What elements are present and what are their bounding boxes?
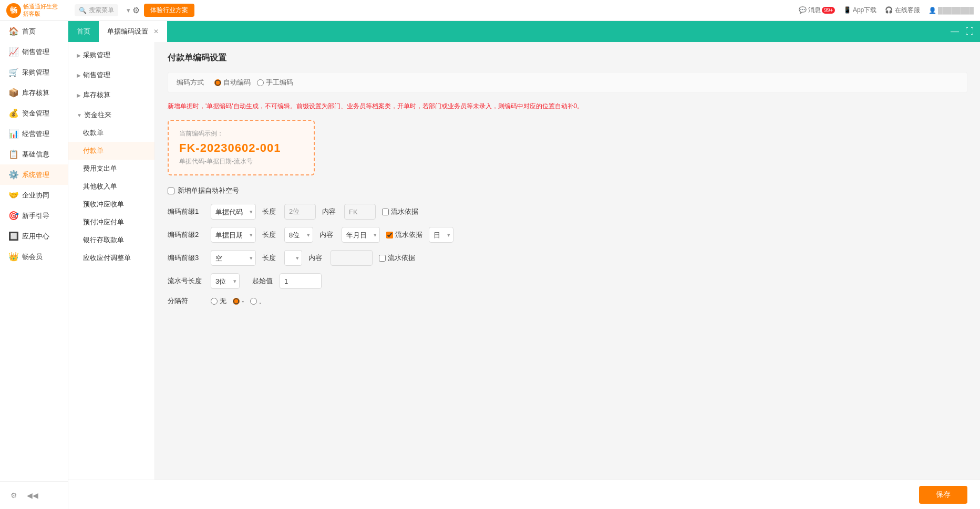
collapse-btn[interactable]: ◀◀ xyxy=(25,488,40,503)
arrow-capital-icon: ▼ xyxy=(77,112,82,118)
manual-code-option[interactable]: 手工编码 xyxy=(257,78,293,87)
length3-select-wrap xyxy=(284,250,302,266)
length2-label: 长度 xyxy=(262,230,278,240)
settings-footer-btn[interactable]: ⚙ xyxy=(6,488,21,503)
separator-options: 无 - . xyxy=(211,296,261,306)
home-icon: 🏠 xyxy=(8,26,18,36)
user-avatar[interactable]: 👤 ████████ xyxy=(929,7,974,14)
prefix1-select-wrap: 单据代码 单据日期 部门 业务员 空 xyxy=(211,204,256,220)
sidebar-item-member[interactable]: 👑 畅会员 xyxy=(0,246,68,267)
search-menu[interactable]: 🔍 搜索菜单 xyxy=(75,4,118,16)
sep-dash-option[interactable]: - xyxy=(233,297,244,305)
content2-select[interactable]: 年 月 日 年月 年月日 xyxy=(342,227,380,243)
message-btn[interactable]: 💬 消息99+ xyxy=(799,6,835,15)
menu-group-inventory-title[interactable]: ▶ 库存核算 xyxy=(68,86,154,104)
prefix1-select[interactable]: 单据代码 单据日期 部门 业务员 空 xyxy=(211,204,256,220)
stream2-checkbox[interactable] xyxy=(386,232,393,238)
menu-item-prepay-pay[interactable]: 预付冲应付单 xyxy=(68,213,154,231)
sep-dash-radio[interactable] xyxy=(233,298,240,305)
sidebar-item-purchase[interactable]: 🛒 采购管理 xyxy=(0,62,68,82)
length1-value: 2位 xyxy=(284,204,316,220)
preview-sub: 单据代码-单据日期-流水号 xyxy=(179,157,303,166)
bottom-bar: 保存 xyxy=(68,480,980,509)
tab-serial-setting[interactable]: 单据编码设置 ✕ xyxy=(99,21,167,42)
sidebar-item-enterprise[interactable]: 🤝 企业协同 xyxy=(0,185,68,205)
content1-label: 内容 xyxy=(322,207,338,216)
serial-length-select[interactable]: 3位 4位 5位 6位 xyxy=(211,273,240,289)
tab-close-btn[interactable]: ✕ xyxy=(153,28,159,35)
sidebar-item-apps[interactable]: 🔲 应用中心 xyxy=(0,226,68,246)
experience-btn[interactable]: 体验行业方案 xyxy=(144,4,194,17)
sidebar-item-sales[interactable]: 📈 销售管理 xyxy=(0,41,68,62)
sidebar-footer: ⚙ ◀◀ xyxy=(0,481,68,509)
menu-item-other-income[interactable]: 其他收入单 xyxy=(68,178,154,195)
online-service-btn[interactable]: 🎧 在线客服 xyxy=(885,6,920,15)
sep-dot-radio[interactable] xyxy=(250,298,257,305)
info-text: 新增单据时，'单据编码'自动生成，不可编辑。前缀设置为部门、业务员等档案类，开单… xyxy=(168,101,967,111)
sidebar-item-finance[interactable]: 💰 资金管理 xyxy=(0,103,68,123)
chevron-down-icon[interactable]: ▾ xyxy=(127,6,130,14)
right-panel: 付款单编码设置 编码方式 自动编码 手工编码 xyxy=(155,42,980,480)
sidebar-item-basic[interactable]: 📋 基础信息 xyxy=(0,144,68,164)
menu-group-purchase-title[interactable]: ▶ 采购管理 xyxy=(68,46,154,64)
sales-icon: 📈 xyxy=(8,47,18,57)
inventory-icon: 📦 xyxy=(8,88,18,98)
layout-with-menu: ▶ 采购管理 ▶ 销售管理 ▶ 库存核算 xyxy=(68,42,980,480)
search-icon: 🔍 xyxy=(79,7,87,14)
preview-label: 当前编码示例： xyxy=(179,129,303,138)
start-value-input[interactable] xyxy=(280,273,322,289)
menu-item-bank-deposit[interactable]: 银行存取款单 xyxy=(68,231,154,249)
length2-select[interactable]: 6位 8位 xyxy=(284,227,313,243)
serial-length-select-wrap: 3位 4位 5位 6位 xyxy=(211,273,240,289)
tab-bar: 首页 单据编码设置 ✕ — ⛶ xyxy=(68,21,980,42)
sep-none-option[interactable]: 无 xyxy=(211,296,226,306)
sidebar-item-newguide[interactable]: 🎯 新手引导 xyxy=(0,205,68,226)
auto-code-radio[interactable] xyxy=(214,79,221,86)
sep-dot-option[interactable]: . xyxy=(250,297,261,305)
maximize-btn[interactable]: ⛶ xyxy=(963,25,976,38)
stream1-checkbox-label[interactable]: 流水依据 xyxy=(382,207,418,216)
tab-home[interactable]: 首页 xyxy=(68,21,99,42)
serial-length-row: 流水号长度 3位 4位 5位 6位 起始值 xyxy=(168,273,967,289)
prefix2-select-wrap: 单据代码 单据日期 部门 业务员 空 xyxy=(211,227,256,243)
stream3-checkbox[interactable] xyxy=(379,255,386,262)
left-menu: ▶ 采购管理 ▶ 销售管理 ▶ 库存核算 xyxy=(68,42,155,480)
settings-icon[interactable]: ⚙ xyxy=(132,5,140,15)
app-download-btn[interactable]: 📱 App下载 xyxy=(843,6,876,15)
stream2-checkbox-label[interactable]: 流水依据 xyxy=(386,230,422,240)
sidebar-item-operations[interactable]: 📊 经营管理 xyxy=(0,123,68,144)
logo-icon: 畅 xyxy=(6,3,21,18)
system-icon: ⚙️ xyxy=(8,170,18,180)
stream3-checkbox-label[interactable]: 流水依据 xyxy=(379,253,415,263)
preview-code: FK-20230602-001 xyxy=(179,141,303,155)
length3-label: 长度 xyxy=(262,253,278,263)
prefix1-row: 编码前缀1 单据代码 单据日期 部门 业务员 空 长度 2位 内容 FK xyxy=(168,204,967,220)
sidebar-item-system[interactable]: ⚙️ 系统管理 xyxy=(0,164,68,185)
length3-select[interactable] xyxy=(284,250,302,266)
menu-item-payment[interactable]: 付款单 xyxy=(68,142,154,160)
sep-none-radio[interactable] xyxy=(211,298,218,305)
save-button[interactable]: 保存 xyxy=(919,486,967,504)
stream1-checkbox[interactable] xyxy=(382,209,389,215)
prefix2-select[interactable]: 单据代码 单据日期 部门 业务员 空 xyxy=(211,227,256,243)
menu-group-capital-title[interactable]: ▼ 资金往来 xyxy=(68,106,154,124)
menu-item-receipt[interactable]: 收款单 xyxy=(68,124,154,142)
menu-item-prepay-receive[interactable]: 预收冲应收单 xyxy=(68,195,154,213)
auto-code-option[interactable]: 自动编码 xyxy=(214,78,251,87)
prefix3-select[interactable]: 单据代码 单据日期 部门 业务员 空 xyxy=(211,250,256,266)
manual-code-radio[interactable] xyxy=(257,79,264,86)
auto-fill-checkbox[interactable] xyxy=(168,188,174,194)
logo-text: 畅通通好生意 搭客版 xyxy=(23,3,58,17)
content1-value: FK xyxy=(344,204,376,220)
menu-group-sales-title[interactable]: ▶ 销售管理 xyxy=(68,66,154,84)
sidebar-item-inventory[interactable]: 📦 库存核算 xyxy=(0,82,68,103)
length2-select-wrap: 6位 8位 xyxy=(284,227,313,243)
menu-item-ar-ap-adjust[interactable]: 应收应付调整单 xyxy=(68,249,154,267)
minimize-btn[interactable]: — xyxy=(948,25,961,38)
prefix2-row: 编码前缀2 单据代码 单据日期 部门 业务员 空 长度 6位 xyxy=(168,227,967,243)
sidebar-item-home[interactable]: 🏠 首页 xyxy=(0,21,68,41)
operations-icon: 📊 xyxy=(8,129,18,139)
menu-item-expense[interactable]: 费用支出单 xyxy=(68,160,154,178)
menu-group-sales: ▶ 销售管理 xyxy=(68,66,154,84)
stream-period-select[interactable]: 日 月 年 xyxy=(429,227,453,243)
